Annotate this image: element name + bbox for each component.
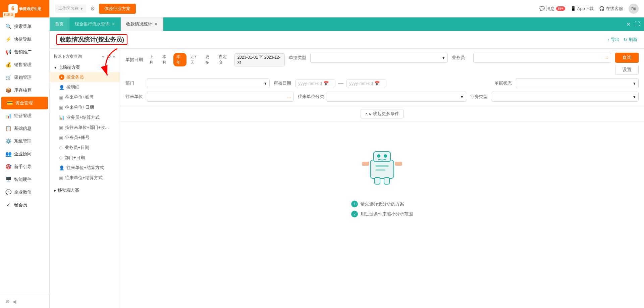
date-btn-7days[interactable]: 近7天: [188, 53, 202, 67]
export-button[interactable]: ↑ 导出: [607, 37, 620, 43]
scheme-item-partner-dept[interactable]: ▣ 按往来单位+部门+收...: [50, 122, 120, 133]
topbar-right: 💬 消息 99+ 📱 App下载 🎧 在线客服 Rit: [539, 4, 639, 14]
scheme-item-salesperson-settle[interactable]: 📊 业务员+结算方式: [50, 112, 120, 122]
scheme-item-label: 业务员+账号: [65, 135, 90, 141]
filter-row1: 单据日期 上月 本月 本年 近7天 更多 自定义 2023-01-01 至 20…: [125, 53, 639, 75]
scheme-item-label: 按往来单位+部门+收...: [65, 124, 109, 131]
sidebar-item-hardware[interactable]: 🖥️ 智能硬件: [0, 173, 49, 186]
sidebar-item-operations[interactable]: 📊 经营管理: [0, 109, 49, 122]
partner-select[interactable]: ···: [147, 92, 294, 102]
salesperson-label: 业务员: [452, 55, 471, 61]
review-date-start-placeholder: yyyy-mm-dd: [298, 81, 322, 86]
online-service-button[interactable]: 🎧 在线客服: [599, 6, 623, 12]
sidebar-item-sales[interactable]: 💰 销售管理: [0, 58, 49, 71]
salesperson-filter: 业务员 ···: [452, 53, 611, 63]
dept-select[interactable]: ▾: [147, 78, 270, 88]
promotion-button[interactable]: 体验行业方案: [99, 4, 136, 14]
hardware-icon: 🖥️: [5, 176, 11, 183]
date-btn-last-month[interactable]: 上月: [147, 53, 159, 67]
svg-rect-6: [375, 165, 389, 167]
date-range-display: 2023-01-01 至 2023-12-31: [234, 53, 285, 66]
app-download-button[interactable]: 📱 App下载: [571, 6, 594, 12]
page-actions: ↑ 导出 ↻ 刷新: [607, 37, 638, 43]
date-btn-this-month[interactable]: 本月: [160, 53, 172, 67]
workspace-dropdown-icon: ▾: [80, 6, 83, 11]
tab-bank-flow[interactable]: 现金银行流水查询 ✕: [69, 17, 121, 31]
sidebar-settings-icon[interactable]: ⚙: [5, 299, 10, 305]
sidebar-item-guide[interactable]: 🎯 新手引导: [0, 160, 49, 173]
topbar-gear-icon[interactable]: ⚙: [90, 5, 95, 12]
scheme-item-partner-date[interactable]: ▣ 往来单位+日期: [50, 102, 120, 112]
scheme-item-partner-settle2[interactable]: ▣ 往来单位+结算方式: [50, 173, 120, 183]
tab-home[interactable]: 首页: [50, 17, 69, 31]
scheme-settings-button[interactable]: ⚙: [107, 53, 111, 59]
sidebar-item-wechat[interactable]: 💬 企业微信: [0, 186, 49, 199]
sidebar-item-label: 库存核算: [14, 87, 32, 93]
sidebar-item-purchase[interactable]: 🛒 采购管理: [0, 71, 49, 84]
page-content: 收款情况统计(按业务员) ↑ 导出 ↻ 刷新 按以下: [50, 31, 644, 308]
date-btn-custom[interactable]: 自定义: [216, 53, 232, 67]
scheme-group-pc-title[interactable]: ▼ 电脑端方案: [50, 63, 120, 72]
user-avatar[interactable]: Rit: [629, 4, 639, 14]
maximize-window-icon[interactable]: ⛶: [633, 20, 641, 28]
scheme-item-by-detail[interactable]: 👤 按明细: [50, 82, 120, 92]
tab-bank-flow-close[interactable]: ✕: [112, 22, 115, 27]
scheme-item-dept-date[interactable]: ⊙ 部门+日期: [50, 153, 120, 163]
calendar-end-icon: 📅: [374, 81, 380, 86]
dept-arrow-icon: ▾: [264, 81, 267, 86]
settings-button[interactable]: 设置: [615, 65, 639, 75]
doc-status-select[interactable]: ▾: [516, 78, 639, 88]
tab-receipt-stats-close[interactable]: ✕: [154, 22, 158, 27]
sidebar-item-member[interactable]: ✓ 畅会员: [0, 199, 49, 211]
collapse-bar[interactable]: ∧∧ 收起更多条件: [120, 106, 644, 121]
scheme-group-mobile-title[interactable]: ▶ 移动端方案: [50, 186, 120, 195]
empty-steps: 1 请先选择要分析的方案 2 用过滤条件来缩小分析范围: [351, 201, 413, 217]
date-btn-more[interactable]: 更多: [203, 53, 215, 67]
export-label: 导出: [611, 37, 620, 43]
messages-button[interactable]: 💬 消息 99+: [539, 6, 565, 12]
collapse-button[interactable]: ∧∧ 收起更多条件: [361, 109, 404, 118]
workspace-selector[interactable]: 工作区名称 ▾: [55, 4, 86, 13]
close-window-icon[interactable]: ✕: [625, 20, 632, 28]
scheme-collapse-button[interactable]: «: [113, 53, 116, 59]
scheme-item-salesperson-account[interactable]: ▣ 业务员+账号: [50, 133, 120, 143]
sidebar-item-basic-info[interactable]: 📋 基础信息: [0, 122, 49, 135]
refresh-button[interactable]: ↻ 刷新: [624, 37, 637, 43]
scheme-item-dot-circle-icon: ⊙: [59, 145, 63, 150]
scheme-add-button[interactable]: +: [102, 53, 105, 59]
doc-type-select[interactable]: ▾: [310, 53, 448, 63]
marketing-icon: 📢: [5, 49, 11, 55]
scheme-item-chart-icon: 📊: [59, 115, 64, 120]
scheme-item-by-salesperson[interactable]: ● 按业务员: [50, 72, 120, 82]
scheme-item-salesperson-date[interactable]: ⊙ 业务员+日期: [50, 143, 120, 153]
svg-rect-8: [375, 177, 380, 184]
sidebar-item-system[interactable]: ⚙️ 系统管理: [0, 135, 49, 148]
doc-type-label: 单据类型: [289, 55, 308, 61]
tab-receipt-stats[interactable]: 收款情况统计 ✕: [121, 17, 163, 31]
scheme-item-label: 业务员+结算方式: [66, 114, 100, 120]
scheme-item-label: 往来单位+日期: [65, 104, 94, 110]
sidebar-item-quick-nav[interactable]: ⚡ 快捷导航: [0, 33, 49, 46]
scheme-item-partner-account[interactable]: ▣ 往来单位+账号: [50, 92, 120, 102]
scheme-item-partner-settle1[interactable]: 👤 往来单位+结算方式: [50, 163, 120, 173]
sidebar-item-marketing[interactable]: 📢 营销推广: [0, 46, 49, 58]
sidebar-item-finance[interactable]: 💳 资金管理: [1, 97, 48, 109]
page-header: 收款情况统计(按业务员) ↑ 导出 ↻ 刷新: [50, 31, 644, 49]
review-date-start[interactable]: yyyy-mm-dd 📅: [295, 80, 335, 87]
date-btn-this-year[interactable]: 本年: [173, 53, 186, 66]
biz-type-select[interactable]: ▾: [492, 92, 639, 102]
sidebar-item-search-menu[interactable]: 🔍 搜索菜单: [0, 20, 49, 33]
sidebar-collapse-icon[interactable]: ◀: [12, 299, 16, 305]
tabbar-actions: ✕ ⛶: [622, 17, 644, 31]
sidebar-item-inventory[interactable]: 📦 库存核算: [0, 84, 49, 97]
salesperson-select[interactable]: ···: [473, 53, 611, 63]
svg-point-2: [377, 154, 380, 158]
review-date-end[interactable]: yyyy-mm-dd 📅: [346, 80, 386, 87]
query-button[interactable]: 查询: [615, 53, 639, 63]
partner-type-select[interactable]: ▾: [327, 92, 466, 102]
message-badge: 99+: [556, 6, 565, 11]
tab-bank-flow-label: 现金银行流水查询: [75, 21, 110, 27]
sidebar-item-label: 资金管理: [15, 100, 33, 106]
scheme-item-label: 业务员+日期: [65, 145, 89, 151]
sidebar-item-enterprise[interactable]: 👥 企业协同: [0, 148, 49, 160]
